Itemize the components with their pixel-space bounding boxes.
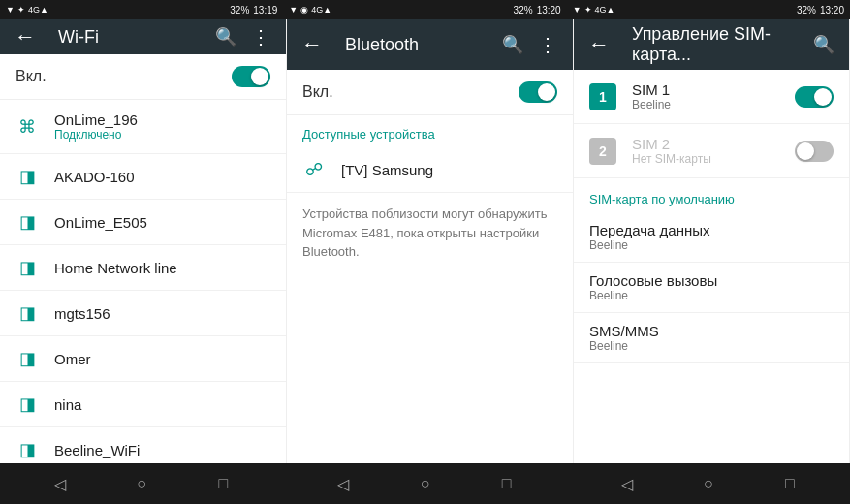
nav-bar-3: ◁ ○ □: [567, 463, 850, 504]
status-bar-3: ▼ ✦ 4G▲ 32% 13:20: [567, 0, 850, 19]
sim-carrier-1: Нет SIM-карты: [632, 152, 795, 166]
status-left-icons-2: ▼ ◉ 4G▲: [289, 5, 331, 15]
location-icon-3: ▼: [573, 5, 582, 15]
bluetooth-toggle[interactable]: [519, 81, 557, 103]
time-1: 13:19: [253, 5, 277, 16]
wifi-signal-icon-1: ◨: [16, 166, 39, 187]
network-item-1[interactable]: ◨ AKADO-160: [0, 154, 286, 200]
network-item-5[interactable]: ◨ Omer: [0, 336, 286, 382]
network-name-3: Home Network line: [54, 260, 270, 276]
wifi-more-button[interactable]: ⋮: [243, 19, 278, 54]
wifi-toggle[interactable]: [232, 66, 270, 87]
sim-setting-1[interactable]: Голосовые вызовы Beeline: [574, 263, 849, 313]
nav-bar-2: ◁ ○ □: [283, 463, 566, 504]
bluetooth-device-icon-0: ☍: [302, 159, 326, 180]
wifi-title: Wi-Fi: [58, 27, 208, 47]
network-name-7: Beeline_WiFi: [54, 442, 270, 458]
network-info-4: mgts156: [54, 305, 270, 322]
status-bar-1: ▼ ✦ 4G▲ 32% 13:19: [0, 0, 283, 19]
status-left-icons-1: ▼ ✦ 4G▲: [6, 5, 48, 15]
nav-home-3[interactable]: ○: [693, 468, 724, 499]
network-item-0[interactable]: ⌘ OnLime_196 Подключено: [0, 100, 286, 154]
sim-name-0: SIM 1: [632, 81, 795, 98]
sim-setting-name-1: Голосовые вызовы: [589, 272, 834, 289]
signal-icon-2: 4G▲: [311, 5, 331, 15]
nav-recent-3[interactable]: □: [774, 468, 805, 499]
nav-bar-1: ◁ ○ □: [0, 463, 283, 504]
wifi-search-button[interactable]: 🔍: [208, 19, 243, 54]
sim-setting-2[interactable]: SMS/MMS Beeline: [574, 313, 849, 363]
network-name-0: OnLime_196: [54, 111, 270, 128]
sim-badge-0: 1: [589, 83, 616, 110]
sim-setting-carrier-2: Beeline: [589, 339, 834, 353]
status-right-1: 32% 13:19: [230, 5, 277, 16]
bluetooth-back-button[interactable]: ←: [295, 27, 330, 62]
nav-recent-1[interactable]: □: [207, 468, 238, 499]
bluetooth-icon-3: ✦: [584, 5, 592, 15]
bluetooth-more-button[interactable]: ⋮: [530, 27, 565, 62]
battery-3: 32%: [797, 5, 816, 16]
sim-setting-carrier-0: Beeline: [589, 238, 834, 252]
network-sub-0: Подключено: [54, 128, 270, 142]
bluetooth-icon-1: ✦: [17, 5, 25, 15]
battery-2: 32%: [514, 5, 533, 16]
network-item-3[interactable]: ◨ Home Network line: [0, 245, 286, 291]
wifi-signal-icon-0: ⌘: [16, 116, 39, 138]
sim-item-0[interactable]: 1 SIM 1 Beeline: [574, 70, 849, 124]
sim-setting-carrier-1: Beeline: [589, 289, 834, 302]
panels-container: ← Wi-Fi 🔍 ⋮ Вкл. ⌘ OnLime_196 Подключено…: [0, 19, 850, 463]
location-icon-1: ▼: [6, 5, 15, 15]
sim-info-1: SIM 2 Нет SIM-карты: [632, 136, 795, 166]
wifi-panel: ← Wi-Fi 🔍 ⋮ Вкл. ⌘ OnLime_196 Подключено…: [0, 19, 287, 463]
sim-setting-0[interactable]: Передача данных Beeline: [574, 212, 849, 263]
network-item-6[interactable]: ◨ nina: [0, 382, 286, 427]
location-icon-2: ▼: [289, 5, 298, 15]
network-item-4[interactable]: ◨ mgts156: [0, 291, 286, 336]
bt-available-header: Доступные устройства: [287, 115, 573, 147]
sim-info-0: SIM 1 Beeline: [632, 81, 795, 111]
bluetooth-search-button[interactable]: 🔍: [495, 27, 530, 62]
status-right-3: 32% 13:20: [797, 5, 844, 16]
status-left-icons-3: ▼ ✦ 4G▲: [573, 5, 615, 15]
nav-back-3[interactable]: ◁: [612, 468, 643, 499]
sim-name-1: SIM 2: [632, 136, 795, 152]
network-name-2: OnLime_E505: [54, 214, 270, 231]
sim-toggle-0[interactable]: [795, 86, 834, 108]
sim-toggle-1[interactable]: [795, 141, 834, 162]
time-2: 13:20: [537, 5, 561, 16]
bluetooth-toggle-row: Вкл.: [287, 70, 573, 115]
sim-carrier-0: Beeline: [632, 98, 795, 111]
nfc-icon-2: ◉: [300, 5, 308, 15]
sim-toolbar: ← Управление SIM-карта... 🔍: [574, 19, 849, 70]
nav-home-2[interactable]: ○: [409, 468, 440, 499]
network-info-2: OnLime_E505: [54, 214, 270, 231]
status-bars: ▼ ✦ 4G▲ 32% 13:19 ▼ ◉ 4G▲ 32% 13:20 ▼ ✦ …: [0, 0, 850, 19]
network-item-7[interactable]: ◨ Beeline_WiFi: [0, 427, 286, 463]
wifi-toggle-row: Вкл.: [0, 54, 286, 100]
bt-device-name-0: [TV] Samsung: [341, 162, 433, 178]
wifi-signal-icon-3: ◨: [16, 257, 39, 278]
nav-back-2[interactable]: ◁: [328, 468, 359, 499]
sim-item-1[interactable]: 2 SIM 2 Нет SIM-карты: [574, 124, 849, 178]
nav-recent-2[interactable]: □: [491, 468, 522, 499]
sim-search-button[interactable]: 🔍: [806, 27, 841, 62]
wifi-back-button[interactable]: ←: [8, 19, 43, 54]
network-info-0: OnLime_196 Подключено: [54, 111, 270, 142]
network-item-2[interactable]: ◨ OnLime_E505: [0, 200, 286, 245]
signal-icon-1: 4G▲: [28, 5, 48, 15]
network-info-1: AKADO-160: [54, 169, 270, 185]
sim-setting-name-2: SMS/MMS: [589, 323, 834, 339]
battery-1: 32%: [230, 5, 249, 16]
network-name-6: nina: [54, 396, 270, 413]
nav-home-1[interactable]: ○: [126, 468, 157, 499]
sim-badge-1: 2: [589, 138, 616, 165]
sim-back-button[interactable]: ←: [582, 27, 616, 62]
network-name-4: mgts156: [54, 305, 270, 322]
wifi-signal-icon-6: ◨: [16, 394, 39, 415]
bluetooth-toggle-label: Вкл.: [302, 83, 519, 101]
wifi-signal-icon-4: ◨: [16, 302, 39, 324]
network-info-6: nina: [54, 396, 270, 413]
nav-back-1[interactable]: ◁: [45, 468, 76, 499]
bt-device-0[interactable]: ☍ [TV] Samsung: [287, 147, 573, 193]
sim-title: Управление SIM-карта...: [632, 24, 806, 65]
